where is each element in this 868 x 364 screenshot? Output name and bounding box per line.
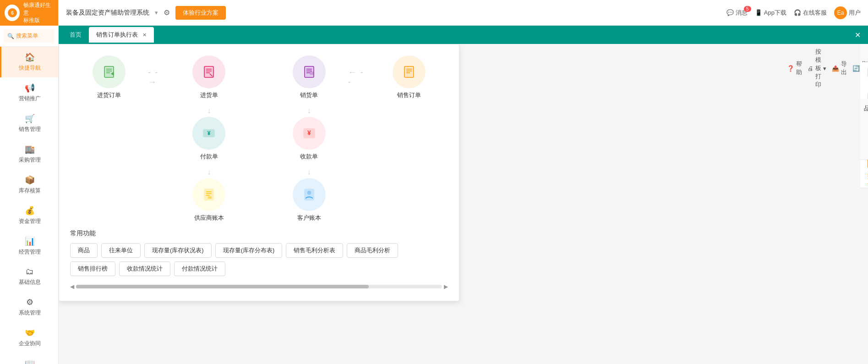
search-menu-button[interactable]: 🔍 搜索菜单 xyxy=(4,29,55,43)
func-btn-stock-dist[interactable]: 现存量(库存分布表) xyxy=(215,243,283,258)
svg-text:¥: ¥ xyxy=(207,130,211,136)
svg-text:6: 6 xyxy=(11,11,14,16)
arrow-down-payment: ↓ xyxy=(207,107,211,115)
gear-icon[interactable]: ⚙ xyxy=(164,8,170,17)
guide-icon: 📖 xyxy=(25,359,35,364)
sidebar-item-marketing[interactable]: 📢 营销推广 xyxy=(0,77,58,108)
sidebar-search[interactable]: 🔍 搜索菜单 xyxy=(0,26,58,47)
sidebar-item-quick-nav[interactable]: 🏠 快捷导航 xyxy=(0,47,58,77)
sidebar-item-basic[interactable]: 🗂 基础信息 xyxy=(0,261,58,292)
online-service-button[interactable]: 🎧 在线客服 xyxy=(794,9,827,17)
func-btn-stock-status[interactable]: 现存量(库存状况表) xyxy=(144,243,212,258)
right-panel: ❓ 帮助 🖨 按模板打印 ▾ 📤 导出 🔄 刷新 xyxy=(459,44,868,364)
flow-diagram-panel: 进货订单 - - → xyxy=(59,44,459,301)
scrollbar-track[interactable] xyxy=(76,285,442,288)
flow-node-receipt[interactable]: ¥ 收款单 xyxy=(293,117,326,161)
panel-scrollbar: ◀ ▶ xyxy=(70,283,448,290)
sidebar-nav: 🏠 快捷导航 📢 营销推广 🛒 销售管理 🏬 采购管理 📦 库存核算 💰 xyxy=(0,47,58,364)
purchase-bill-icon xyxy=(192,55,225,88)
common-functions-title: 常用功能 xyxy=(70,229,448,238)
help-button[interactable]: ❓ 帮助 xyxy=(787,60,802,76)
print-dropdown-icon: ▾ xyxy=(823,65,826,72)
operation-icon: 📊 xyxy=(25,236,35,246)
content-area: 进货订单 - - → xyxy=(59,44,868,364)
export-button[interactable]: 📤 导出 xyxy=(832,60,847,76)
flow-node-sale-order[interactable]: 销售订单 xyxy=(370,55,448,99)
func-btn-payment-stat[interactable]: 付款情况统计 xyxy=(174,261,225,276)
trial-button[interactable]: 体验行业方案 xyxy=(175,6,226,20)
col-pin: 品 xyxy=(860,103,868,156)
enterprise-icon: 🤝 xyxy=(25,328,35,338)
svg-point-34 xyxy=(307,191,311,195)
svg-rect-18 xyxy=(310,72,314,75)
tab-sales-order-execution[interactable]: 销售订单执行表 ✕ xyxy=(89,27,154,43)
tab-home[interactable]: 首页 xyxy=(62,27,89,43)
sale-order-icon xyxy=(393,55,426,88)
sidebar-item-system[interactable]: ⚙ 系统管理 xyxy=(0,292,58,322)
user-avatar: Ea xyxy=(834,6,847,19)
flow-col-supplier: ↓ 供应商账本 xyxy=(170,168,248,222)
arrow-dashed-1: - - → xyxy=(148,68,170,87)
arrow-dashed-2: ← - - xyxy=(348,68,370,87)
func-btn-goods[interactable]: 商品 xyxy=(70,243,98,258)
inventory-icon: 📦 xyxy=(25,175,35,185)
flow-node-customer-account[interactable]: 客户账本 xyxy=(293,178,326,222)
search-icon: 🔍 xyxy=(7,33,14,39)
finance-icon: 💰 xyxy=(25,206,35,216)
export-icon: 📤 xyxy=(832,65,839,72)
print-icon: 🖨 xyxy=(808,65,813,72)
flow-node-sale-bill[interactable]: 销货单 xyxy=(270,55,348,99)
dropdown-arrow-icon[interactable]: ▾ xyxy=(155,9,158,16)
sidebar: 6 畅康通好生意 标推版 🔍 搜索菜单 🏠 快捷导航 📢 营销推广 xyxy=(0,0,59,364)
sidebar-item-guide[interactable]: 📖 新手引导 xyxy=(0,353,58,364)
print-button[interactable]: 🖨 按模板打印 ▾ xyxy=(808,48,826,89)
scroll-right-icon[interactable]: ▶ xyxy=(444,283,448,290)
sidebar-item-purchase[interactable]: 🏬 采购管理 xyxy=(0,139,58,169)
flow-col-payment: ↓ ¥ 付款单 xyxy=(170,107,248,161)
svg-text:¥: ¥ xyxy=(307,129,311,136)
func-btn-goods-margin[interactable]: 商品毛利分析 xyxy=(347,243,398,258)
logo-area: 6 畅康通好生意 标推版 xyxy=(0,0,58,26)
flow-node-purchase-order[interactable]: 进货订单 xyxy=(70,55,148,99)
customer-account-icon xyxy=(293,178,326,211)
sidebar-item-finance[interactable]: 💰 资金管理 xyxy=(0,200,58,231)
tab-bar: 首页 销售订单执行表 ✕ ✕ xyxy=(59,26,868,44)
supplier-account-icon xyxy=(192,178,225,211)
tab-close-icon[interactable]: ✕ xyxy=(142,32,147,38)
receipt-icon: ¥ xyxy=(293,117,326,150)
flow-node-supplier-account[interactable]: 供应商账本 xyxy=(192,178,225,222)
marketing-icon: 📢 xyxy=(25,83,35,93)
table-area: 品 商品 金额 预估毛利 预估毛利率 订金 累计收款金额 收款比例 还差多少天 … xyxy=(860,99,868,364)
svg-rect-32 xyxy=(208,196,212,199)
message-button[interactable]: 💬 消息 5 xyxy=(726,9,748,17)
home-icon: 🏠 xyxy=(25,52,35,62)
header-right: 💬 消息 5 📱 App下载 🎧 在线客服 Ea 用户 xyxy=(726,6,861,19)
sidebar-item-inventory[interactable]: 📦 库存核算 xyxy=(0,169,58,200)
scroll-left-icon[interactable]: ◀ xyxy=(70,283,74,290)
system-icon: ⚙ xyxy=(26,297,33,307)
flow-node-payment[interactable]: ¥ 付款单 xyxy=(192,117,225,161)
arrow-down-customer: ↓ xyxy=(307,168,311,176)
flow-col-customer: ↓ 客户账本 xyxy=(270,168,348,222)
user-menu[interactable]: Ea 用户 xyxy=(834,6,861,19)
func-btn-receipt-stat[interactable]: 收款情况统计 xyxy=(119,261,170,276)
logo-text: 畅康通好生意 标推版 xyxy=(23,1,54,24)
logo-icon: 6 xyxy=(5,5,20,21)
app-download-button[interactable]: 📱 App下载 xyxy=(755,9,786,17)
no-data-text: 暂无数据 xyxy=(860,160,868,229)
basic-icon: 🗂 xyxy=(26,267,34,277)
scrollbar-thumb[interactable] xyxy=(76,285,369,288)
tab-bar-close-button[interactable]: ✕ xyxy=(851,31,864,39)
flow-node-purchase-bill[interactable]: 进货单 xyxy=(170,55,248,99)
func-btn-sales-margin[interactable]: 销售毛利分析表 xyxy=(286,243,343,258)
func-btn-sales-rank[interactable]: 销售排行榜 xyxy=(70,261,115,276)
func-btn-partners[interactable]: 往来单位 xyxy=(101,243,141,258)
sidebar-item-enterprise[interactable]: 🤝 企业协同 xyxy=(0,322,58,353)
help-icon: ❓ xyxy=(787,65,794,72)
main-area: 装备及固定资产辅助管理系统 ▾ ⚙ 体验行业方案 💬 消息 5 📱 App下载 … xyxy=(59,0,868,364)
sidebar-item-operation[interactable]: 📊 经营管理 xyxy=(0,231,58,261)
sidebar-item-sales[interactable]: 🛒 销售管理 xyxy=(0,108,58,139)
arrow-down-supplier: ↓ xyxy=(207,168,211,176)
table-header: 品 商品 金额 预估毛利 预估毛利率 订金 累计收款金额 收款比例 还差多少天 xyxy=(860,99,868,160)
svg-rect-19 xyxy=(404,66,414,77)
